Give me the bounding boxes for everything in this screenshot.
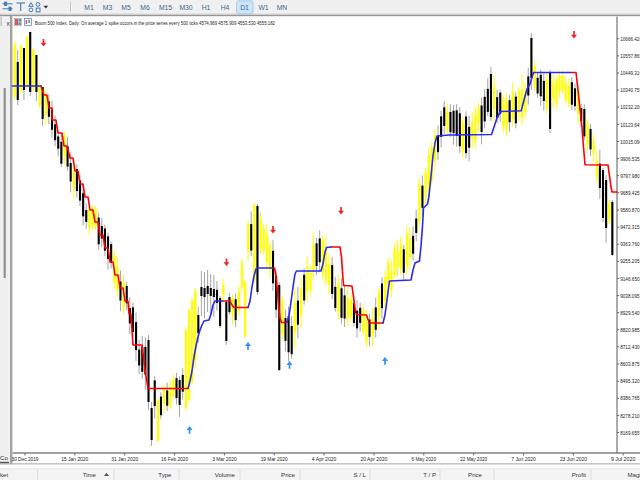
svg-text:M5: M5 — [121, 4, 131, 11]
svg-text:22 May 2020: 22 May 2020 — [460, 456, 487, 462]
svg-text:9472.315: 9472.315 — [620, 224, 639, 230]
svg-text:20 Apr 2020: 20 Apr 2020 — [360, 456, 387, 462]
svg-text:10123.645: 10123.645 — [620, 122, 640, 128]
svg-text:10449.310: 10449.310 — [620, 70, 640, 76]
svg-text:8386.765: 8386.765 — [620, 395, 639, 401]
svg-text:M3: M3 — [103, 4, 113, 11]
svg-text:Boom 500 Index, Daily: On av: Boom 500 Index, Daily: On average 1 spik… — [35, 20, 275, 26]
svg-text:D1: D1 — [240, 4, 249, 11]
svg-text:ket: ket — [0, 471, 8, 478]
svg-text:3 Mar 2020: 3 Mar 2020 — [212, 456, 237, 462]
svg-text:8169.655: 8169.655 — [620, 430, 639, 436]
svg-text:23 Jun 2020: 23 Jun 2020 — [560, 456, 587, 462]
svg-text:8603.875: 8603.875 — [620, 361, 639, 367]
svg-text:9363.760: 9363.760 — [620, 241, 639, 247]
svg-text:W1: W1 — [258, 4, 268, 11]
svg-text:Time: Time — [83, 471, 97, 478]
svg-text:16 Feb 2020: 16 Feb 2020 — [161, 456, 188, 462]
svg-text:19 Mar 2020: 19 Mar 2020 — [261, 456, 288, 462]
svg-text:M15: M15 — [159, 4, 172, 11]
svg-text:8712.430: 8712.430 — [620, 344, 639, 350]
svg-text:10666.420: 10666.420 — [620, 36, 640, 42]
svg-text:9580.870: 9580.870 — [620, 207, 639, 213]
svg-text:9255.205: 9255.205 — [620, 258, 639, 264]
svg-text:10557.865: 10557.865 — [620, 53, 640, 59]
svg-text:10232.200: 10232.200 — [620, 104, 640, 110]
svg-text:M1: M1 — [84, 4, 94, 11]
svg-text:T / P: T / P — [423, 471, 436, 478]
svg-text:7 Jun 2020: 7 Jun 2020 — [511, 456, 536, 462]
svg-text:8495.320: 8495.320 — [620, 378, 639, 384]
svg-text:6 May 2020: 6 May 2020 — [412, 456, 437, 462]
svg-text:9146.650: 9146.650 — [620, 276, 639, 282]
svg-text:9689.425: 9689.425 — [620, 190, 639, 196]
svg-text:M30: M30 — [179, 4, 192, 11]
svg-text:Volume: Volume — [215, 471, 236, 478]
svg-text:31 Jan 2020: 31 Jan 2020 — [111, 456, 138, 462]
svg-text:30 Dec 2019: 30 Dec 2019 — [12, 456, 39, 462]
svg-text:8278.210: 8278.210 — [620, 413, 639, 419]
svg-text:4 Apr 2020: 4 Apr 2020 — [312, 456, 337, 462]
svg-text:H1: H1 — [202, 4, 211, 11]
svg-text:Price: Price — [468, 471, 482, 478]
svg-text:9906.535: 9906.535 — [620, 156, 639, 162]
svg-text:Type: Type — [158, 471, 172, 478]
svg-text:x: x — [6, 19, 10, 28]
svg-text:9 Jul 2020: 9 Jul 2020 — [611, 456, 636, 462]
svg-text:S / L: S / L — [353, 471, 366, 478]
svg-text:Magic: Magic — [628, 471, 640, 478]
svg-text:8929.540: 8929.540 — [620, 310, 639, 316]
svg-text:H4: H4 — [221, 4, 230, 11]
svg-text:Co: Co — [0, 454, 8, 461]
svg-text:10340.755: 10340.755 — [620, 87, 640, 93]
svg-text:15 Jan 2020: 15 Jan 2020 — [61, 456, 88, 462]
svg-text:Profit: Profit — [572, 471, 587, 478]
svg-text:10015.090: 10015.090 — [620, 139, 640, 145]
svg-text:M6: M6 — [140, 4, 150, 11]
svg-text:9797.980: 9797.980 — [620, 173, 639, 179]
svg-text:9038.095: 9038.095 — [620, 293, 639, 299]
svg-text:Price: Price — [281, 471, 295, 478]
svg-text:MN: MN — [277, 4, 288, 11]
svg-text:8820.985: 8820.985 — [620, 327, 639, 333]
